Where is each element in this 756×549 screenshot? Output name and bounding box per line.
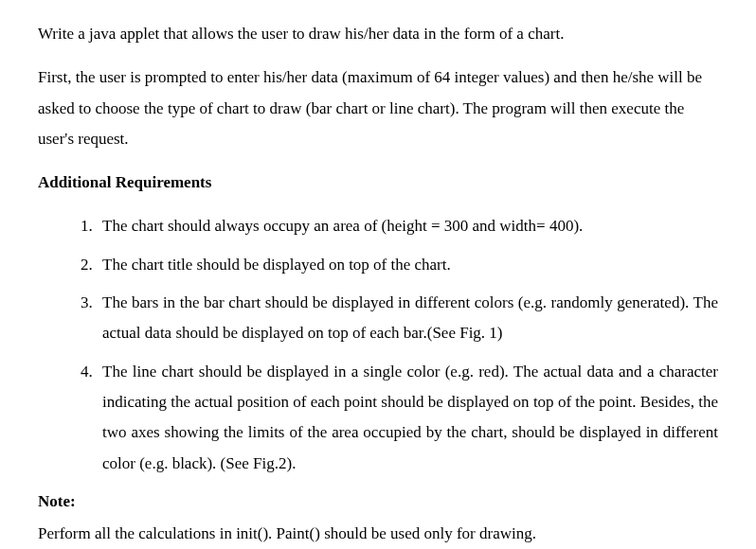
- intro-paragraph-2: First, the user is prompted to enter his…: [38, 62, 718, 154]
- requirement-item-1: The chart should always occupy an area o…: [97, 211, 718, 241]
- requirement-item-4: The line chart should be displayed in a …: [97, 357, 718, 479]
- requirement-item-3: The bars in the bar chart should be disp…: [97, 288, 718, 349]
- section-heading-requirements: Additional Requirements: [38, 168, 718, 198]
- note-label: Note:: [38, 487, 718, 517]
- note-text: Perform all the calculations in init(). …: [38, 519, 718, 549]
- requirement-item-2: The chart title should be displayed on t…: [97, 250, 718, 280]
- intro-paragraph-1: Write a java applet that allows the user…: [38, 19, 718, 49]
- requirements-list: The chart should always occupy an area o…: [38, 211, 718, 478]
